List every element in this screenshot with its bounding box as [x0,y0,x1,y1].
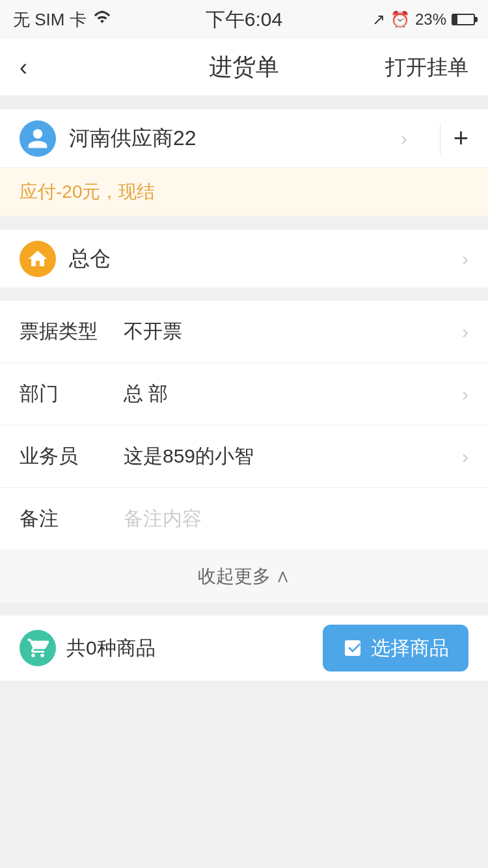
supplier-row[interactable]: 河南供应商22 › + [0,109,488,168]
department-label: 部门 [20,381,111,407]
remark-input[interactable]: 备注内容 [111,506,468,532]
section-divider-1 [0,96,488,109]
carrier-text: 无 SIM 卡 [13,8,87,31]
section-divider-2 [0,216,488,229]
collapse-row[interactable]: 收起更多 ∧ [0,550,488,603]
select-product-button[interactable]: 选择商品 [323,625,468,671]
status-time: 下午6:04 [206,7,282,33]
battery-text: 23% [415,10,446,29]
cart-icon-circle [20,630,56,666]
alarm-icon: ⏰ [390,10,410,29]
home-icon [27,248,49,270]
warehouse-section: 总仓 › [0,229,488,288]
add-supplier-button[interactable]: + [454,124,468,153]
status-left: 无 SIM 卡 [13,8,111,31]
salesperson-chevron-icon: › [462,446,468,468]
collapse-label: 收起更多 ∧ [198,564,291,589]
notice-bar: 应付-20元，现结 [0,168,488,216]
department-chevron-icon: › [462,383,468,405]
wifi-icon [93,8,111,31]
department-value: 总 部 [111,381,462,407]
form-row-department[interactable]: 部门 总 部 › [0,363,488,426]
supplier-name: 河南供应商22 [69,124,401,153]
nav-bar: ‹ 进货单 打开挂单 [0,39,488,96]
warehouse-row[interactable]: 总仓 › [0,229,488,288]
supplier-avatar [20,120,56,157]
location-icon: ↗ [372,10,385,29]
background-fill [0,681,488,868]
battery-icon [452,14,475,25]
supplier-section: 河南供应商22 › + 应付-20元，现结 [0,109,488,216]
invoice-type-chevron-icon: › [462,321,468,343]
form-section: 票据类型 不开票 › 部门 总 部 › 业务员 这是859的小智 › 备注 备注… [0,301,488,550]
vertical-divider [440,122,441,155]
warehouse-name: 总仓 [69,245,462,273]
remark-label: 备注 [20,506,111,532]
form-row-invoice-type[interactable]: 票据类型 不开票 › [0,301,488,363]
salesperson-value: 这是859的小智 [111,443,462,470]
notice-text: 应付-20元，现结 [20,182,155,202]
select-product-icon [342,638,363,658]
open-pending-button[interactable]: 打开挂单 [385,53,468,82]
warehouse-chevron-icon: › [462,248,468,270]
page-title: 进货单 [209,51,279,83]
invoice-type-label: 票据类型 [20,318,111,345]
product-count-area: 共0种商品 [20,630,156,666]
status-bar: 无 SIM 卡 下午6:04 ↗ ⏰ 23% [0,0,488,39]
cart-icon [27,637,49,659]
supplier-chevron-icon: › [401,128,407,150]
form-row-salesperson[interactable]: 业务员 这是859的小智 › [0,426,488,488]
select-product-label: 选择商品 [371,635,449,662]
bottom-product-bar: 共0种商品 选择商品 [0,616,488,681]
salesperson-label: 业务员 [20,443,111,470]
invoice-type-value: 不开票 [111,318,462,345]
status-right: ↗ ⏰ 23% [372,10,475,29]
product-count-text: 共0种商品 [66,635,156,662]
warehouse-icon-circle [20,241,56,277]
form-row-remark[interactable]: 备注 备注内容 [0,488,488,550]
back-button[interactable]: ‹ [20,54,27,81]
person-icon [26,127,49,150]
